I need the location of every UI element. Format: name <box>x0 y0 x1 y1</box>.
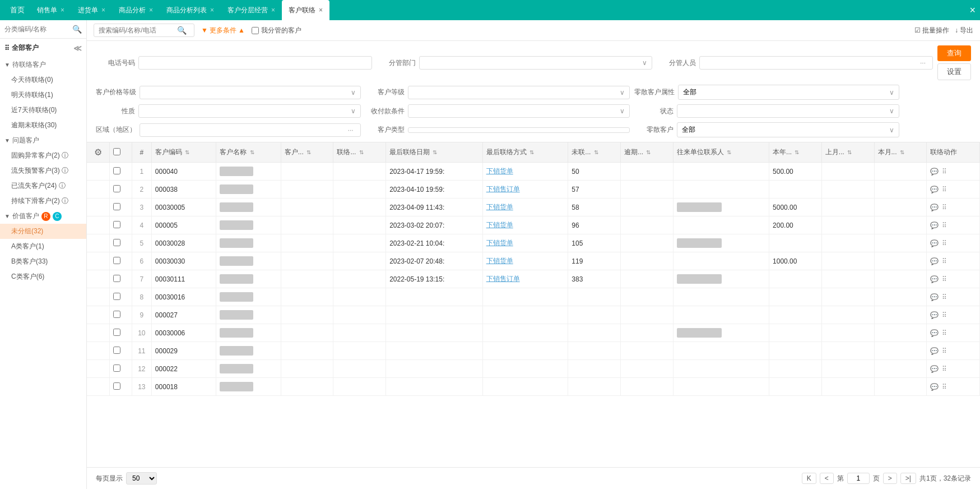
row-select-checkbox[interactable] <box>113 185 120 192</box>
customer-level-select[interactable]: ∨ <box>408 86 630 99</box>
chat-icon[interactable]: 💬 <box>930 347 939 355</box>
grid-icon[interactable]: ⠿ <box>942 383 947 391</box>
row-select-checkbox[interactable] <box>113 257 120 264</box>
sidebar-item-ungroup[interactable]: 未分组(32) <box>0 224 86 239</box>
close-tab-purchase[interactable]: × <box>101 6 105 14</box>
query-btn[interactable]: 查询 <box>937 45 971 61</box>
sidebar-item-tomorrow[interactable]: 明天待联络(1) <box>0 87 86 103</box>
grid-icon[interactable]: ⠿ <box>942 311 947 319</box>
sidebar-search-icon[interactable]: 🔍 <box>72 25 82 34</box>
close-tab-contact[interactable]: × <box>319 6 323 14</box>
export-btn[interactable]: ↓ 导出 <box>955 26 973 35</box>
row-select-checkbox[interactable] <box>113 329 120 336</box>
chat-icon[interactable]: 💬 <box>930 239 939 247</box>
more-conditions-btn[interactable]: ▼ 更多条件 ▲ <box>201 26 245 35</box>
grid-icon[interactable]: ⠿ <box>942 168 947 176</box>
search-input[interactable] <box>99 26 177 34</box>
sidebar-item-overdue[interactable]: 逾期未联络(30) <box>0 118 86 133</box>
method-link[interactable]: 下销货单 <box>486 257 513 265</box>
manager-ellipsis[interactable]: ··· <box>918 59 928 67</box>
settings-col[interactable]: ⚙ <box>87 142 109 163</box>
chat-icon[interactable]: 💬 <box>930 204 939 211</box>
sidebar-item-churn-warning[interactable]: 流失预警客户(3) ⓘ <box>0 163 86 178</box>
dept-select[interactable]: ∨ <box>419 56 653 70</box>
close-tab-segment[interactable]: × <box>271 6 275 14</box>
nature-select[interactable]: ∨ <box>138 104 361 118</box>
retail-attr-select[interactable]: 全部 ∨ <box>678 85 899 100</box>
row-select-checkbox[interactable] <box>113 239 120 246</box>
row-select-checkbox[interactable] <box>113 347 120 354</box>
chat-icon[interactable]: 💬 <box>930 222 939 229</box>
grid-icon[interactable]: ⠿ <box>942 186 947 193</box>
method-link[interactable]: 下销货单 <box>486 167 513 175</box>
manager-select[interactable]: ··· <box>699 56 933 70</box>
tab-purchase-order[interactable]: 进货单 × <box>71 0 112 20</box>
region-select[interactable]: ··· <box>140 123 361 137</box>
reset-btn[interactable]: 设置 <box>937 63 971 80</box>
close-tab-product-list[interactable]: × <box>210 6 214 14</box>
chat-icon[interactable]: 💬 <box>930 383 939 391</box>
region-ellipsis[interactable]: ··· <box>346 126 356 134</box>
sidebar-item-a-class[interactable]: A类客户(1) <box>0 239 86 254</box>
chat-icon[interactable]: 💬 <box>930 311 939 319</box>
sidebar-item-b-class[interactable]: B类客户(33) <box>0 254 86 269</box>
method-link[interactable]: 下销货单 <box>486 221 513 229</box>
group-pending-contact[interactable]: ▼ 待联络客户 <box>0 57 86 72</box>
row-select-checkbox[interactable] <box>113 167 120 174</box>
grid-icon[interactable]: ⠿ <box>942 347 947 355</box>
tab-product-analysis[interactable]: 商品分析 × <box>112 0 160 20</box>
grid-icon[interactable]: ⠿ <box>942 239 947 247</box>
row-select-checkbox[interactable] <box>113 311 120 318</box>
sidebar-item-today[interactable]: 今天待联络(0) <box>0 72 86 87</box>
method-link[interactable]: 下销货单 <box>486 239 513 247</box>
all-customers-header[interactable]: ⠿ 全部客户 ≪ <box>0 39 86 57</box>
first-page-btn[interactable]: K <box>802 473 816 484</box>
grid-icon[interactable]: ⠿ <box>942 293 947 301</box>
chat-icon[interactable]: 💬 <box>930 365 939 373</box>
sidebar-item-c-class[interactable]: C类客户(6) <box>0 269 86 284</box>
chat-icon[interactable]: 💬 <box>930 329 939 337</box>
grid-icon[interactable]: ⠿ <box>942 257 947 265</box>
retail-customer-select[interactable]: 全部 ∨ <box>677 122 899 137</box>
page-number-input[interactable] <box>847 473 870 484</box>
chat-icon[interactable]: 💬 <box>930 275 939 283</box>
method-link[interactable]: 下销售订单 <box>486 185 520 193</box>
grid-icon[interactable]: ⠿ <box>942 275 947 283</box>
my-customers-checkbox[interactable] <box>252 27 259 34</box>
chat-icon[interactable]: 💬 <box>930 293 939 301</box>
row-select-checkbox[interactable] <box>113 275 120 282</box>
sidebar-item-declining[interactable]: 持续下滑客户(2) ⓘ <box>0 193 86 209</box>
chat-icon[interactable]: 💬 <box>930 168 939 176</box>
grid-icon[interactable]: ⠿ <box>942 329 947 337</box>
grid-icon[interactable]: ⠿ <box>942 204 947 211</box>
group-problem-customers[interactable]: ▼ 问题客户 <box>0 133 86 148</box>
payment-select[interactable]: ∨ <box>408 104 630 118</box>
chat-icon[interactable]: 💬 <box>930 257 939 265</box>
sidebar-item-churned[interactable]: 已流失客户(24) ⓘ <box>0 178 86 193</box>
filter-search-icon[interactable]: 🔍 <box>177 26 187 35</box>
last-page-btn[interactable]: >| <box>900 473 916 484</box>
row-select-checkbox[interactable] <box>113 293 120 300</box>
row-select-checkbox[interactable] <box>113 365 120 372</box>
tab-product-analysis-list[interactable]: 商品分析列表 × <box>160 0 221 20</box>
row-select-checkbox[interactable] <box>113 203 120 210</box>
tab-customer-segment[interactable]: 客户分层经营 × <box>221 0 282 20</box>
method-link[interactable]: 下销售订单 <box>486 275 520 283</box>
tab-sales-order[interactable]: 销售单 × <box>30 0 71 20</box>
chat-icon[interactable]: 💬 <box>930 186 939 193</box>
batch-ops-btn[interactable]: ☑ 批量操作 <box>914 26 949 35</box>
select-all-checkbox[interactable] <box>113 148 120 155</box>
price-level-select[interactable]: ∨ <box>140 86 361 99</box>
nav-home[interactable]: 首页 <box>4 5 30 15</box>
phone-input[interactable] <box>138 56 372 70</box>
settings-icon[interactable]: ⚙ <box>94 147 102 157</box>
group-value-customers[interactable]: ▼ 价值客户 R C <box>0 209 86 224</box>
prev-page-btn[interactable]: < <box>820 473 834 484</box>
row-select-checkbox[interactable] <box>113 382 120 390</box>
status-select[interactable]: ∨ <box>677 104 899 118</box>
sidebar-search-input[interactable] <box>4 25 72 33</box>
row-select-checkbox[interactable] <box>113 221 120 228</box>
grid-icon[interactable]: ⠿ <box>942 365 947 373</box>
close-tab-sales[interactable]: × <box>61 6 64 14</box>
sidebar-item-abnormal[interactable]: 固购异常客户(2) ⓘ <box>0 148 86 163</box>
